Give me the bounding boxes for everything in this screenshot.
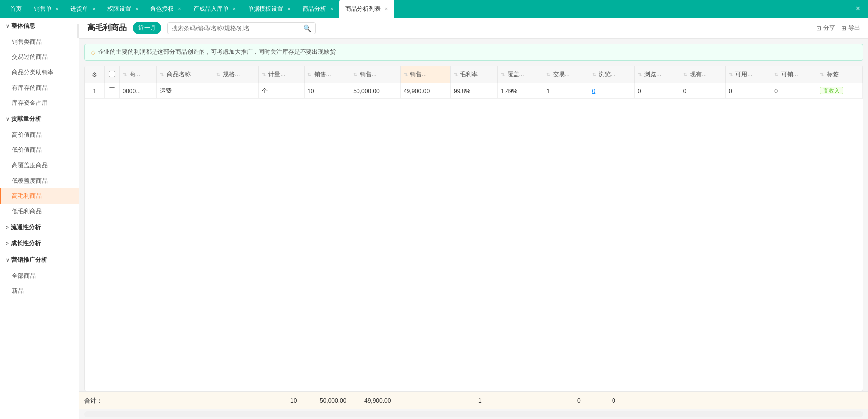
nav-sales[interactable]: 销售单 × bbox=[28, 0, 64, 18]
th-unit[interactable]: ⇅ 计量... bbox=[259, 66, 305, 83]
info-banner: ◇ 企业的主要的利润都是这部分商品创造的，可考虑加大推广，同时关注库存是不要出现… bbox=[84, 44, 863, 61]
nav-permission[interactable]: 权限设置 × bbox=[102, 0, 144, 18]
nav-template-close[interactable]: × bbox=[287, 6, 290, 12]
sidebar-section-growth[interactable]: > 成长性分析 bbox=[0, 235, 79, 252]
search-icon[interactable]: 🔍 bbox=[303, 24, 311, 32]
footer-cell-current-stock: 0 bbox=[574, 397, 609, 404]
sidebar-item-all-goods[interactable]: 全部商品 bbox=[0, 268, 79, 283]
th-checkbox[interactable] bbox=[104, 66, 119, 83]
sidebar-section-marketing[interactable]: ∨ 营销推广分析 bbox=[0, 252, 79, 268]
nav-product-analysis-list[interactable]: 商品分析列表 × bbox=[339, 0, 394, 18]
footer-cell-sales-profit: 49,900.00 bbox=[361, 397, 406, 404]
sort-icon-sellable: ⇅ bbox=[774, 72, 778, 77]
sort-icon-sales-qty: ⇅ bbox=[307, 72, 311, 77]
info-icon: ◇ bbox=[91, 49, 95, 56]
footer-cell-sales-amount: 50,000.00 bbox=[317, 397, 361, 404]
nav-product-analysis[interactable]: 商品分析 × bbox=[297, 0, 339, 18]
row-checkbox[interactable] bbox=[109, 87, 115, 93]
th-spec[interactable]: ⇅ 规格... bbox=[213, 66, 258, 83]
nav-inbound-close[interactable]: × bbox=[233, 6, 236, 12]
nav-purchase[interactable]: 进货单 × bbox=[64, 0, 101, 18]
sidebar-item-stock-capital[interactable]: 库存资金占用 bbox=[0, 95, 79, 111]
sidebar-section-overall[interactable]: ∨ 整体信息 bbox=[0, 18, 79, 34]
select-all-checkbox[interactable] bbox=[109, 71, 115, 77]
sidebar-item-stock-goods[interactable]: 有库存的商品 bbox=[0, 80, 79, 95]
sort-icon-sales-profit: ⇅ bbox=[404, 72, 408, 77]
nav-inbound[interactable]: 产成品入库单 × bbox=[187, 0, 242, 18]
th-sellable[interactable]: ⇅ 可销... bbox=[771, 66, 817, 83]
sidebar-item-low-coverage[interactable]: 低覆盖度商品 bbox=[0, 173, 79, 188]
th-sales-amount[interactable]: ⇅ 销售... bbox=[350, 66, 400, 83]
cell-unit: 个 bbox=[259, 83, 305, 99]
th-sales-profit[interactable]: ⇅ 销售... bbox=[400, 66, 450, 83]
th-browse2[interactable]: ⇅ 浏览... bbox=[634, 66, 680, 83]
th-transactions[interactable]: ⇅ 交易... bbox=[543, 66, 589, 83]
nav-role[interactable]: 角色授权 × bbox=[144, 0, 187, 18]
sort-icon-code: ⇅ bbox=[123, 72, 127, 77]
nav-role-close[interactable]: × bbox=[178, 6, 181, 12]
cell-browse1[interactable]: 0 bbox=[589, 83, 634, 99]
top-navigation: 首页 销售单 × 进货单 × 权限设置 × 角色授权 × 产成品入库单 × 单据… bbox=[0, 0, 868, 18]
th-tag[interactable]: ⇅ 标签 bbox=[817, 66, 863, 83]
sidebar-item-category-rate[interactable]: 商品分类助销率 bbox=[0, 65, 79, 80]
search-box: 🔍 bbox=[167, 22, 316, 34]
th-code[interactable]: ⇅ 商... bbox=[119, 66, 157, 83]
growth-arrow-icon: > bbox=[6, 241, 9, 246]
th-current-stock[interactable]: ⇅ 现有... bbox=[680, 66, 725, 83]
cell-browse2: 0 bbox=[634, 83, 680, 99]
sort-icon-available: ⇅ bbox=[729, 72, 733, 77]
overall-arrow-icon: ∨ bbox=[6, 23, 9, 29]
nav-purchase-close[interactable]: × bbox=[92, 6, 95, 12]
sidebar-item-high-value[interactable]: 高价值商品 bbox=[0, 127, 79, 142]
sidebar-item-new-goods[interactable]: 新品 bbox=[0, 283, 79, 299]
share-button[interactable]: ⊡ 分享 bbox=[817, 24, 835, 32]
data-table-wrapper[interactable]: ⚙ ⇅ 商... ⇅ 商品名称 ⇅ bbox=[84, 66, 863, 391]
cell-coverage: 1.49% bbox=[498, 83, 543, 99]
footer-cell-sales-qty: 10 bbox=[287, 397, 317, 404]
info-text: 企业的主要的利润都是这部分商品创造的，可考虑加大推广，同时关注库存是不要出现缺货 bbox=[98, 48, 336, 56]
sidebar-item-sales-goods[interactable]: 销售类商品 bbox=[0, 34, 79, 49]
page-title: 高毛利商品 bbox=[87, 23, 127, 33]
sort-icon-transactions: ⇅ bbox=[546, 72, 550, 77]
sidebar-item-low-value[interactable]: 低价值商品 bbox=[0, 142, 79, 158]
sidebar-collapse-button[interactable]: « bbox=[77, 24, 79, 38]
sort-icon-unit: ⇅ bbox=[262, 72, 266, 77]
nav-home[interactable]: 首页 bbox=[4, 0, 28, 18]
cell-index: 1 bbox=[85, 83, 104, 99]
th-browse1[interactable]: ⇅ 浏览... bbox=[589, 66, 634, 83]
window-close-button[interactable]: × bbox=[852, 4, 864, 13]
export-button[interactable]: ⊞ 导出 bbox=[841, 24, 860, 32]
sort-icon-browse2: ⇅ bbox=[638, 72, 642, 77]
share-icon: ⊡ bbox=[817, 25, 821, 32]
nav-sales-close[interactable]: × bbox=[55, 6, 58, 12]
circulation-arrow-icon: > bbox=[6, 225, 9, 230]
sidebar-section-contribution[interactable]: ∨ 贡献量分析 bbox=[0, 111, 79, 127]
sort-icon-spec: ⇅ bbox=[216, 72, 220, 77]
horizontal-scrollbar[interactable] bbox=[84, 411, 863, 417]
cell-current-stock: 0 bbox=[680, 83, 725, 99]
th-gross-margin[interactable]: ⇅ 毛利率 bbox=[451, 66, 498, 83]
search-input[interactable] bbox=[172, 25, 301, 32]
footer-label: 合计： bbox=[84, 397, 124, 405]
sidebar-item-low-margin[interactable]: 低毛利商品 bbox=[0, 204, 79, 219]
sort-icon-browse1: ⇅ bbox=[592, 72, 596, 77]
nav-permission-close[interactable]: × bbox=[135, 6, 138, 12]
th-sales-qty[interactable]: ⇅ 销售... bbox=[305, 66, 350, 83]
th-settings[interactable]: ⚙ bbox=[85, 66, 104, 83]
th-available[interactable]: ⇅ 可用... bbox=[726, 66, 771, 83]
sort-icon-coverage: ⇅ bbox=[501, 72, 505, 77]
th-coverage[interactable]: ⇅ 覆盖... bbox=[498, 66, 543, 83]
date-filter-recent-month[interactable]: 近一月 bbox=[133, 22, 161, 34]
th-name[interactable]: ⇅ 商品名称 bbox=[157, 66, 213, 83]
cell-name: 运费 bbox=[157, 83, 213, 99]
sidebar-section-circulation[interactable]: > 流通性分析 bbox=[0, 219, 79, 235]
header-actions: ⊡ 分享 ⊞ 导出 bbox=[817, 24, 860, 32]
sidebar-item-high-coverage[interactable]: 高覆盖度商品 bbox=[0, 158, 79, 173]
cell-spec bbox=[213, 83, 258, 99]
sidebar-item-high-margin[interactable]: 高毛利商品 bbox=[0, 188, 79, 204]
cell-checkbox[interactable] bbox=[104, 83, 119, 99]
nav-product-analysis-close[interactable]: × bbox=[330, 6, 333, 12]
nav-template[interactable]: 单据模板设置 × bbox=[242, 0, 296, 18]
sidebar-item-traded-goods[interactable]: 交易过的商品 bbox=[0, 49, 79, 65]
nav-product-analysis-list-close[interactable]: × bbox=[385, 6, 388, 12]
